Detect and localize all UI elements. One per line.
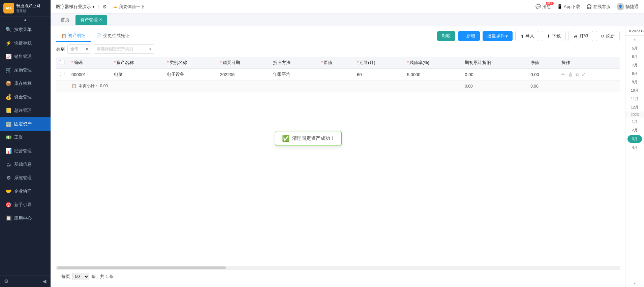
topbar-right: 💬 消息 99+ 📱 App下载 🎧 在线客服 👤 畅捷通 xyxy=(535,3,639,10)
asset-table: *编码 *资产名称 *类别名称 *购买日期 折旧方法 *原值 *期限(月) *残… xyxy=(56,57,620,92)
per-page-select[interactable]: 50 10 20 100 xyxy=(72,273,89,280)
timeline-month-12[interactable]: 12月 xyxy=(625,103,644,111)
sidebar-scroll-up[interactable]: ▲ xyxy=(0,17,51,23)
sidebar-item-快捷导航[interactable]: ⚡快捷导航 xyxy=(0,36,51,50)
sidebar-label-7: 固定资产 xyxy=(14,121,32,127)
sub-tab-voucher[interactable]: 📄 变更生成凭证 xyxy=(91,30,135,42)
sidebar-item-经营管理[interactable]: 📊经营管理 xyxy=(0,144,51,158)
row-checkbox[interactable] xyxy=(60,72,64,76)
timeline-month-10[interactable]: 10月 xyxy=(625,86,644,95)
timeline-month-8[interactable]: 8月 xyxy=(625,69,644,78)
refresh-icon: ↺ xyxy=(601,34,605,39)
row-initial-dep: 0.00 xyxy=(461,69,527,81)
message-badge: 99+ xyxy=(546,2,554,5)
sidebar-footer: ⚙ ◀ xyxy=(0,275,51,287)
sidebar-item-资金管理[interactable]: 💰资金管理 xyxy=(0,90,51,104)
company-settings-icon[interactable]: ⚙ xyxy=(102,4,107,10)
table-row: 000001 电脑 电子设备 202206 年限平均 60 5.0000 0.0… xyxy=(56,69,620,81)
timeline-month-3-current[interactable]: 3月 xyxy=(627,135,642,143)
sidebar-icon-13: 🎯 xyxy=(5,202,11,208)
reconcile-btn[interactable]: 对账 xyxy=(437,31,455,41)
sidebar-label-5: 资金管理 xyxy=(14,94,32,100)
message-btn[interactable]: 💬 消息 99+ xyxy=(535,4,551,10)
sub-tab-voucher-icon: 📄 xyxy=(96,33,102,38)
right-panel: ✕ 2023.03 ⤢ ▴ 5月 6月 7月 8月 9月 10月 11月 12月… xyxy=(625,26,644,287)
sidebar-item-系统管理[interactable]: ⚙系统管理 xyxy=(0,171,51,185)
category-select[interactable]: 全部 ▾ xyxy=(67,44,91,54)
timeline-month-1[interactable]: 1月 xyxy=(625,118,644,126)
timeline-month-7[interactable]: 7月 xyxy=(625,61,644,69)
import-icon: ⬆ xyxy=(520,34,524,39)
subtotal-row: 📋 本页小计： 0.00 0.00 0.00 xyxy=(56,81,620,92)
tab-home[interactable]: 首页 xyxy=(56,15,74,25)
total-label: 条，共 1 条 xyxy=(91,274,114,280)
row-name: 电脑 xyxy=(111,69,163,81)
timeline-month-4[interactable]: 4月 xyxy=(625,144,644,152)
sidebar-item-销售管理[interactable]: 📈销售管理 xyxy=(0,50,51,63)
sidebar-icon-5: 💰 xyxy=(5,94,11,100)
experience-btn[interactable]: ☁ 我要体验一下 xyxy=(113,4,145,10)
tab-asset-management[interactable]: 资产管理 ✕ xyxy=(75,15,107,25)
timeline-month-2[interactable]: 2月 xyxy=(625,126,644,134)
row-actions: ✏ 🗑 ⧉ ⤢ xyxy=(558,69,620,81)
col-date-header: *购买日期 xyxy=(217,57,270,69)
sidebar-label-1: 快捷导航 xyxy=(14,40,32,46)
app-name: 畅捷通好业财 xyxy=(16,3,40,9)
user-menu[interactable]: 👤 畅捷通 xyxy=(617,3,639,10)
success-check-icon: ✅ xyxy=(282,135,289,142)
timeline-close-btn[interactable]: ✕ xyxy=(628,28,632,33)
sidebar-label-2: 销售管理 xyxy=(14,54,32,60)
import-btn[interactable]: ⬆ 导入 xyxy=(515,31,539,41)
sidebar-item-企业协同[interactable]: 🤝企业协同 xyxy=(0,185,51,198)
settings-icon[interactable]: ⚙ xyxy=(4,278,8,284)
select-all-checkbox[interactable] xyxy=(60,60,64,64)
batch-btn[interactable]: 批量操作 ▾ xyxy=(483,31,513,41)
edit-icon[interactable]: ✏ xyxy=(561,72,565,77)
col-check-header xyxy=(56,57,68,69)
copy-icon[interactable]: ⧉ xyxy=(576,72,579,77)
timeline-month-11[interactable]: 11月 xyxy=(625,95,644,103)
sidebar-item-基础信息[interactable]: 🗂基础信息 xyxy=(0,158,51,171)
print-icon: 🖨 xyxy=(574,34,578,39)
sub-tab-asset-detail[interactable]: 📋 资产明细 xyxy=(56,30,91,42)
user-name: 畅捷通 xyxy=(625,4,639,10)
collapse-icon[interactable]: ◀ xyxy=(42,278,47,284)
batch-dropdown-icon: ▾ xyxy=(505,34,508,39)
company-selector[interactable]: 医疗器械行业演示 ▾ xyxy=(56,4,95,10)
print-btn[interactable]: 🖨 打印 xyxy=(569,31,593,41)
category-input[interactable]: 请选择固定资产类别 ▾ xyxy=(94,44,154,54)
sidebar-item-工资[interactable]: 💵工资 xyxy=(0,131,51,144)
sidebar-item-应用中心[interactable]: 🔲应用中心 xyxy=(0,212,51,225)
sidebar-icon-11: ⚙ xyxy=(5,175,11,181)
more-icon[interactable]: ⤢ xyxy=(582,72,586,77)
sidebar-icon-14: 🔲 xyxy=(5,215,11,221)
tab-close-icon[interactable]: ✕ xyxy=(99,18,102,22)
delete-icon[interactable]: 🗑 xyxy=(568,72,573,77)
timeline-scroll-up[interactable]: ▴ xyxy=(625,36,644,43)
col-residual-header: *残值率(%) xyxy=(404,57,462,69)
scrollbar-thumb[interactable] xyxy=(57,266,226,269)
app-download-btn[interactable]: 📱 App下载 xyxy=(557,4,580,10)
row-original-value xyxy=(318,69,354,81)
sidebar-icon-3: 🛒 xyxy=(5,67,11,73)
subtotal-label: 📋 本页小计： 0.00 xyxy=(68,81,318,92)
sidebar-item-新手引导[interactable]: 🎯新手引导 xyxy=(0,198,51,212)
online-service-btn[interactable]: 🎧 在线客服 xyxy=(586,4,611,10)
sidebar-item-采购管理[interactable]: 🛒采购管理 xyxy=(0,63,51,77)
timeline-month-5[interactable]: 5月 xyxy=(625,44,644,53)
timeline-scroll-down[interactable]: ▾ xyxy=(625,280,644,287)
horizontal-scrollbar[interactable] xyxy=(56,266,620,270)
timeline-month-9[interactable]: 9月 xyxy=(625,78,644,86)
new-btn[interactable]: + 新增 xyxy=(458,31,480,41)
sidebar-item-固定资产[interactable]: 🏢固定资产 xyxy=(0,117,51,131)
filter-label: 类别 xyxy=(56,46,65,52)
sidebar-item-总账管理[interactable]: 📒总账管理 xyxy=(0,104,51,117)
timeline-month-6[interactable]: 6月 xyxy=(625,53,644,61)
sidebar-item-库存核算[interactable]: 📦库存核算 xyxy=(0,77,51,90)
col-initial-dep-header: 期初累计折旧 xyxy=(461,57,527,69)
subtotal-initial-dep: 0.00 xyxy=(461,81,527,92)
download-btn[interactable]: ⬇ 下载 xyxy=(542,31,566,41)
sidebar-item-搜索菜单[interactable]: 🔍搜索菜单 xyxy=(0,23,51,36)
refresh-btn[interactable]: ↺ 刷新 xyxy=(596,31,620,41)
table-header: *编码 *资产名称 *类别名称 *购买日期 折旧方法 *原值 *期限(月) *残… xyxy=(56,57,620,69)
